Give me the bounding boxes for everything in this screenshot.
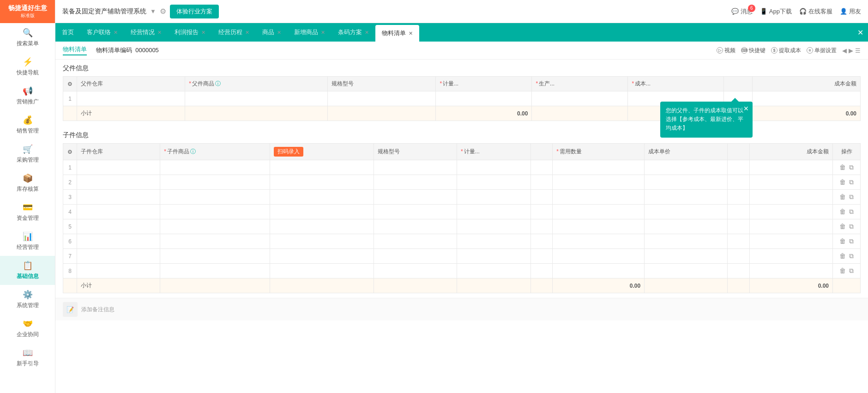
child-cell-spec-3[interactable] (374, 205, 457, 219)
child-cell-unit-6[interactable] (457, 249, 531, 264)
child-cell-scan-2[interactable] (270, 190, 374, 205)
child-cell-goods-5[interactable] (160, 234, 270, 249)
video-action[interactable]: ▷ 视频 (717, 47, 735, 54)
child-cell-goods-3[interactable] (160, 205, 270, 219)
sidebar-item-11[interactable]: 📖新手引导 (0, 343, 55, 372)
nav-tab-1[interactable]: 客户联络✕ (80, 23, 124, 42)
child-cell-unit-2[interactable] (457, 190, 531, 205)
child-cell-scan-0[interactable] (270, 160, 374, 175)
nav-tab-2[interactable]: 经营情况✕ (124, 23, 168, 42)
child-cell-qty-6[interactable] (553, 249, 645, 264)
trial-button[interactable]: 体验行业方案 (170, 5, 219, 18)
nav-tab-5[interactable]: 商品✕ (256, 23, 288, 42)
child-cell-warehouse-5[interactable] (77, 234, 160, 249)
copy-icon-1[interactable]: ⧉ (849, 178, 854, 186)
child-cell-goods-2[interactable] (160, 190, 270, 205)
copy-icon-5[interactable]: ⧉ (849, 237, 854, 245)
child-cell-unit-3[interactable] (457, 205, 531, 219)
child-cell-scan-1[interactable] (270, 175, 374, 190)
child-cell-qty-0[interactable] (553, 160, 645, 175)
sidebar-item-8[interactable]: 📋基础信息 (0, 256, 55, 285)
child-cell-unit-4[interactable] (457, 219, 531, 234)
child-cell-goods-1[interactable] (160, 175, 270, 190)
child-cell-warehouse-2[interactable] (77, 190, 160, 205)
close-all-tabs-icon[interactable]: ✕ (853, 28, 868, 37)
child-cell-price-0[interactable] (645, 160, 728, 175)
delete-icon-5[interactable]: 🗑 (839, 237, 846, 245)
system-dropdown-icon[interactable]: ▼ (150, 8, 156, 15)
delete-icon-0[interactable]: 🗑 (839, 163, 846, 171)
child-cell-unit-1[interactable] (457, 175, 531, 190)
copy-icon-2[interactable]: ⧉ (849, 193, 854, 200)
tab-close-4[interactable]: ✕ (245, 30, 249, 36)
sidebar-item-7[interactable]: 📊经营管理 (0, 227, 55, 256)
child-cell-scan-3[interactable] (270, 205, 374, 219)
copy-icon-0[interactable]: ⧉ (849, 163, 854, 171)
tab-close-6[interactable]: ✕ (321, 30, 325, 36)
delete-icon-6[interactable]: 🗑 (839, 252, 846, 260)
menu-icon[interactable]: ☰ (855, 47, 861, 54)
delete-icon-4[interactable]: 🗑 (839, 223, 846, 230)
child-cell-unit-7[interactable] (457, 264, 531, 278)
tab-close-3[interactable]: ✕ (201, 30, 205, 36)
child-cell-scan-6[interactable] (270, 249, 374, 264)
child-cell-qty-3[interactable] (553, 205, 645, 219)
sidebar-item-0[interactable]: 🔍搜索菜单 (0, 23, 55, 52)
child-cell-scan-5[interactable] (270, 234, 374, 249)
child-cell-spec-5[interactable] (374, 234, 457, 249)
parent-cell-spec[interactable] (328, 91, 436, 106)
message-item[interactable]: 💬 消息 6 (731, 7, 753, 16)
child-cell-goods-7[interactable] (160, 264, 270, 278)
child-cell-warehouse-4[interactable] (77, 219, 160, 234)
parent-cell-unit[interactable] (436, 91, 532, 106)
child-cell-goods-6[interactable] (160, 249, 270, 264)
child-cell-warehouse-6[interactable] (77, 249, 160, 264)
sidebar-item-9[interactable]: ⚙️系统管理 (0, 285, 55, 314)
user-item[interactable]: 👤 用友 (840, 7, 861, 16)
tab-close-5[interactable]: ✕ (277, 30, 281, 36)
child-cell-spec-0[interactable] (374, 160, 457, 175)
parent-cell-goods[interactable] (185, 91, 328, 106)
child-cell-spec-1[interactable] (374, 175, 457, 190)
nav-tab-8[interactable]: 物料清单✕ (375, 25, 419, 42)
child-cell-price-3[interactable] (645, 205, 728, 219)
nav-tab-7[interactable]: 条码方案✕ (332, 23, 375, 42)
nav-tab-4[interactable]: 经营历程✕ (212, 23, 256, 42)
sidebar-item-5[interactable]: 📦库存核算 (0, 169, 55, 198)
sidebar-item-1[interactable]: ⚡快捷导航 (0, 52, 55, 81)
copy-icon-3[interactable]: ⧉ (849, 208, 854, 215)
child-cell-qty-4[interactable] (553, 219, 645, 234)
delete-icon-2[interactable]: 🗑 (839, 193, 846, 200)
child-cell-price-4[interactable] (645, 219, 728, 234)
child-cell-scan-4[interactable] (270, 219, 374, 234)
child-cell-warehouse-3[interactable] (77, 205, 160, 219)
nav-tab-6[interactable]: 新增商品✕ (288, 23, 332, 42)
single-settings-action[interactable]: ≡ 单据设置 (807, 47, 837, 54)
sidebar-item-2[interactable]: 📢营销推广 (0, 81, 55, 110)
child-cell-warehouse-0[interactable] (77, 160, 160, 175)
copy-icon-6[interactable]: ⧉ (849, 252, 854, 260)
copy-icon-4[interactable]: ⧉ (849, 223, 854, 230)
child-cell-qty-7[interactable] (553, 264, 645, 278)
tab-close-2[interactable]: ✕ (157, 30, 162, 36)
child-cell-goods-0[interactable] (160, 160, 270, 175)
app-download-item[interactable]: 📱 App下载 (760, 7, 792, 16)
tab-close-8[interactable]: ✕ (409, 30, 413, 36)
delete-icon-7[interactable]: 🗑 (839, 267, 846, 274)
child-cell-price-5[interactable] (645, 234, 728, 249)
child-cell-spec-6[interactable] (374, 249, 457, 264)
child-cell-qty-1[interactable] (553, 175, 645, 190)
nav-tab-3[interactable]: 利润报告✕ (168, 23, 212, 42)
settings-icon[interactable]: ⚙ (160, 7, 166, 16)
sidebar-item-3[interactable]: 💰销售管理 (0, 110, 55, 139)
tooltip-close-icon[interactable]: ✕ (743, 103, 749, 114)
child-cell-price-6[interactable] (645, 249, 728, 264)
child-cell-goods-4[interactable] (160, 219, 270, 234)
scan-button[interactable]: 扫码录入 (274, 147, 303, 157)
sidebar-item-6[interactable]: 💳资金管理 (0, 198, 55, 227)
delete-icon-1[interactable]: 🗑 (839, 178, 846, 186)
next-icon[interactable]: ▶ (849, 47, 853, 54)
child-cell-warehouse-7[interactable] (77, 264, 160, 278)
shortcut-action[interactable]: ⌨ 快捷键 (741, 47, 766, 54)
child-cell-unit-0[interactable] (457, 160, 531, 175)
